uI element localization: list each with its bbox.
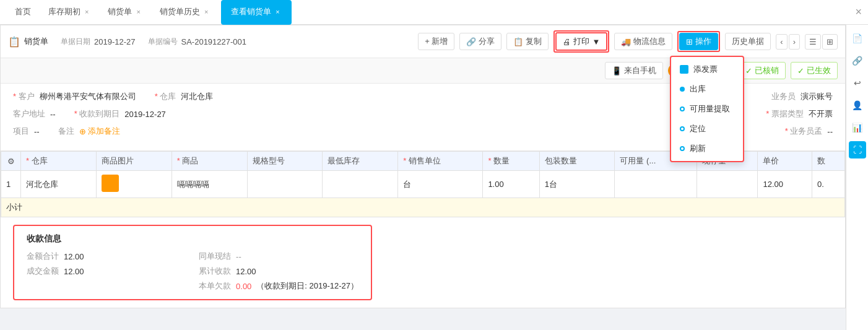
salesman2-value: -- bbox=[827, 127, 833, 136]
warehouse-field: 仓库 河北仓库 bbox=[155, 91, 214, 102]
th-unit: * 销售单位 bbox=[398, 152, 483, 171]
tab-bar-close-button[interactable]: × bbox=[855, 6, 862, 19]
payment-cumulative-label: 累计收款 bbox=[199, 266, 231, 277]
sidebar-icon-expand[interactable]: ⛶ bbox=[849, 141, 866, 158]
payment-due-note: （收款到期日: 2019-12-27） bbox=[256, 280, 358, 292]
row-num: 1 bbox=[1, 171, 21, 198]
warehouse-label: 仓库 bbox=[155, 91, 176, 102]
tab-bar: 首页 库存期初 × 销货单 × 销货单历史 × 查看销货单 × × bbox=[0, 0, 868, 25]
logistics-icon: 🚚 bbox=[621, 37, 631, 46]
th-price: 单价 bbox=[758, 152, 812, 171]
ticket-value: 不开票 bbox=[809, 108, 833, 119]
sidebar-icon-refresh[interactable]: ↩ bbox=[849, 74, 866, 92]
sidebar-icon-user[interactable]: 👤 bbox=[849, 97, 866, 114]
ticket-label: 票据类型 bbox=[766, 108, 804, 119]
th-product: * 商品 bbox=[171, 152, 247, 171]
tab-home[interactable]: 首页 bbox=[6, 0, 40, 25]
effect-label: 已生效 bbox=[807, 65, 831, 76]
salesman-field: 业务员 演示账号 bbox=[771, 91, 833, 102]
row-minstock bbox=[323, 171, 398, 198]
payment-grid: 金额合计 12.00 同单现结 -- 成交金额 12.00 累计收款 12.00 bbox=[27, 251, 358, 292]
tab-inventory-label: 库存期初 bbox=[48, 6, 80, 17]
tab-view-sales-close[interactable]: × bbox=[274, 7, 281, 16]
salesman-label: 业务员 bbox=[771, 91, 796, 102]
subtotal-row: 小计 bbox=[1, 198, 845, 217]
refresh-icon bbox=[680, 146, 685, 151]
new-button[interactable]: + 新增 bbox=[418, 33, 454, 50]
add-note-button[interactable]: ⊕ 添加备注 bbox=[79, 126, 120, 137]
salesman2-label: 业务员孟 bbox=[785, 126, 823, 137]
dropdown-position[interactable]: 定位 bbox=[671, 119, 743, 139]
print-label: 打印 bbox=[573, 36, 589, 47]
dropdown-outstock[interactable]: 出库 bbox=[671, 79, 743, 99]
tab-home-label: 首页 bbox=[15, 6, 31, 17]
doc-num-value: SA-20191227-001 bbox=[181, 37, 247, 46]
payment-title: 收款信息 bbox=[27, 233, 358, 245]
tab-sales-close[interactable]: × bbox=[134, 7, 142, 16]
sold-button[interactable]: ✓ 已核销 bbox=[739, 62, 786, 79]
tab-history-close[interactable]: × bbox=[202, 7, 210, 16]
effect-icon: ✓ bbox=[797, 66, 804, 76]
ops-icon: ⊞ bbox=[686, 37, 693, 46]
project-label: 项目 bbox=[13, 126, 29, 137]
due-date-label: 收款到期日 bbox=[74, 108, 120, 119]
view-list-icon[interactable]: ☰ bbox=[805, 34, 821, 50]
payment-total-value: 12.00 bbox=[64, 252, 84, 261]
th-img: 商品图片 bbox=[96, 152, 171, 171]
sidebar-icon-link[interactable]: 🔗 bbox=[849, 52, 866, 69]
view-grid-icon[interactable]: ⊞ bbox=[822, 34, 838, 50]
dropdown-add-invoice[interactable]: 添发票 bbox=[671, 59, 743, 79]
add-invoice-label: 添发票 bbox=[693, 64, 718, 75]
doc-actions: + 新增 🔗 分享 📋 复制 🖨 打印 ▼ 🚚 bbox=[418, 30, 838, 53]
row-current bbox=[697, 171, 758, 198]
customer-label: 客户 bbox=[13, 91, 35, 102]
row-spec bbox=[247, 171, 323, 198]
dropdown-refresh[interactable]: 刷新 bbox=[671, 139, 743, 158]
payment-deal-label: 成交金额 bbox=[27, 266, 59, 277]
position-label: 定位 bbox=[690, 123, 706, 134]
history-button[interactable]: 历史单据 bbox=[725, 33, 771, 50]
project-field: 项目 -- bbox=[13, 126, 40, 137]
history-label: 历史单据 bbox=[732, 36, 764, 47]
from-phone-button[interactable]: 📱 来自手机 bbox=[605, 62, 663, 79]
nav-next[interactable]: › bbox=[789, 34, 800, 50]
tab-inventory-close[interactable]: × bbox=[83, 7, 90, 16]
logistics-label: 物流信息 bbox=[633, 36, 666, 47]
payment-owe-row: 本单欠款 0.00 （收款到期日: 2019-12-27） bbox=[199, 280, 358, 292]
doc-title-text: 销货单 bbox=[24, 36, 48, 47]
doc-num-label: 单据编号 bbox=[148, 37, 178, 47]
tab-history[interactable]: 销货单历史 × bbox=[151, 0, 219, 25]
position-icon bbox=[680, 126, 685, 131]
effect-button[interactable]: ✓ 已生效 bbox=[791, 62, 838, 79]
phone-icon: 📱 bbox=[612, 66, 622, 76]
print-chevron: ▼ bbox=[592, 37, 600, 46]
dropdown-available[interactable]: 可用量提取 bbox=[671, 99, 743, 119]
sold-label: 已核销 bbox=[755, 65, 779, 76]
sidebar-icon-chart[interactable]: 📊 bbox=[849, 119, 866, 136]
th-warehouse: * 仓库 bbox=[21, 152, 97, 171]
right-sidebar: 📄 🔗 ↩ 👤 📊 ⛶ bbox=[846, 25, 868, 330]
doc-icon: 📋 bbox=[8, 36, 20, 48]
doc-date-value: 2019-12-27 bbox=[94, 37, 136, 46]
due-date-field: 收款到期日 2019-12-27 bbox=[74, 108, 166, 119]
bottom-panel: 收款信息 金额合计 12.00 同单现结 -- 成交金额 12.00 bbox=[1, 217, 845, 308]
payment-deal-row: 成交金额 12.00 bbox=[27, 266, 186, 277]
tab-sales[interactable]: 销货单 × bbox=[99, 0, 150, 25]
operations-button[interactable]: ⊞ 操作 bbox=[679, 33, 718, 50]
doc-date-label: 单据日期 bbox=[61, 37, 90, 47]
sidebar-icon-doc[interactable]: 📄 bbox=[849, 30, 866, 47]
outstock-label: 出库 bbox=[690, 84, 706, 95]
share-label: 分享 bbox=[479, 36, 495, 47]
copy-button[interactable]: 📋 复制 bbox=[506, 33, 549, 50]
outstock-icon bbox=[680, 87, 685, 92]
share-button[interactable]: 🔗 分享 bbox=[459, 33, 501, 50]
tab-inventory[interactable]: 库存期初 × bbox=[40, 0, 99, 25]
nav-prev[interactable]: ‹ bbox=[776, 34, 787, 50]
logistics-button[interactable]: 🚚 物流信息 bbox=[614, 33, 672, 50]
print-button[interactable]: 🖨 打印 ▼ bbox=[555, 32, 607, 51]
tab-view-sales[interactable]: 查看销货单 × bbox=[221, 0, 291, 25]
th-qty: * 数量 bbox=[483, 152, 539, 171]
copy-icon: 📋 bbox=[513, 37, 523, 46]
payment-total-row: 金额合计 12.00 bbox=[27, 251, 186, 262]
customer-value: 柳州粤港平安气体有限公司 bbox=[40, 91, 136, 102]
